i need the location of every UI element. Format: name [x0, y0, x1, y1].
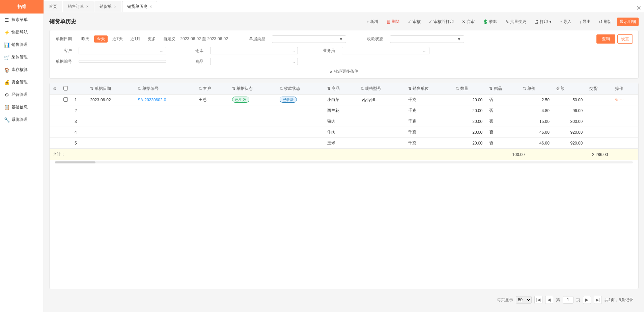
checkbox-header[interactable]: [60, 83, 71, 95]
sidebar-item-finance-mgmt[interactable]: 💰 资金管理: [0, 76, 44, 88]
date-btn-last7days[interactable]: 近7天: [110, 35, 125, 43]
display-detail-button[interactable]: 显示明细: [617, 18, 639, 26]
more-op-btn[interactable]: ⋯: [620, 98, 624, 102]
prev-page-btn[interactable]: ◀: [545, 296, 553, 304]
sidebar-item-sales-mgmt[interactable]: 📊 销售管理: [0, 38, 44, 51]
date-btn-today[interactable]: 今天: [94, 35, 108, 43]
sidebar-item-system-mgmt[interactable]: 🔧 系统管理: [0, 113, 44, 126]
tab-sales-order[interactable]: 销售订单 ✕: [63, 1, 94, 12]
sales-icon: 📊: [4, 42, 9, 48]
row-unit-price: 2.50: [520, 95, 553, 105]
spec-header[interactable]: ⇅ 规格型号: [357, 83, 405, 95]
doc-status-header[interactable]: ⇅ 单据状态: [229, 83, 276, 95]
audit-print-button[interactable]: ✓ 审核并打印: [426, 18, 456, 26]
query-button[interactable]: 查询: [596, 34, 615, 44]
doc-date-header[interactable]: ⇅ 单据日期: [87, 83, 134, 95]
delete-button[interactable]: 🗑 删除: [384, 18, 402, 26]
table-row: 3猪肉千克20.00否15.00300.00: [50, 116, 638, 127]
row-unit: 千克: [405, 116, 452, 127]
payment-status-select[interactable]: ▼: [390, 35, 464, 43]
refresh-button[interactable]: ↺ 刷新: [596, 18, 614, 26]
row-seq: 2: [71, 105, 87, 116]
date-btn-yesterday[interactable]: 昨天: [79, 35, 92, 43]
row-amount: 920.00: [553, 138, 586, 149]
warehouse-input[interactable]: ...: [210, 47, 298, 54]
unit-price-header[interactable]: ⇅ 单价: [520, 83, 553, 95]
main-close-btn[interactable]: ✕: [636, 4, 641, 12]
date-btn-more[interactable]: 更多: [145, 35, 159, 43]
goods-ellipsis[interactable]: ...: [291, 59, 295, 64]
goods-input[interactable]: ...: [210, 58, 298, 65]
table-row: 2西兰花千克20.00否4.8096.00: [50, 105, 638, 116]
salesperson-label: 业务员: [318, 48, 335, 54]
batch-change-button[interactable]: ✎ 批量变更: [503, 18, 529, 26]
row-doc-status: [229, 116, 276, 127]
row-doc-status: 已生效: [229, 95, 276, 105]
import-label: 导入: [563, 19, 571, 25]
goods-header[interactable]: ⇅ 商品: [324, 83, 357, 95]
tab-home[interactable]: 首页: [44, 1, 62, 12]
tab-sales-goods-history-close[interactable]: ✕: [149, 5, 152, 8]
doc-number-input[interactable]: [79, 60, 166, 63]
import-button[interactable]: ↑ 导入: [557, 18, 574, 26]
gear-header[interactable]: ⚙: [50, 83, 60, 95]
per-page-select[interactable]: 50 100: [516, 296, 532, 304]
doc-type-select[interactable]: ▼: [272, 35, 346, 43]
sidebar-item-basic-info[interactable]: 📋 基础信息: [0, 101, 44, 113]
page-number-input[interactable]: [563, 296, 573, 304]
tab-sales-goods[interactable]: 销货单 ✕: [94, 1, 121, 12]
add-icon: +: [366, 19, 369, 24]
sidebar-item-operations-mgmt[interactable]: ⚙ 经营管理: [0, 88, 44, 101]
audit-button[interactable]: ✓ 审核: [405, 18, 423, 26]
salesperson-input[interactable]: ...: [342, 47, 429, 54]
payment-status-header[interactable]: ⇅ 收款状态: [276, 83, 324, 95]
row-gear: [50, 127, 60, 138]
tab-sales-goods-close[interactable]: ✕: [114, 5, 116, 8]
next-page-btn[interactable]: ▶: [583, 296, 591, 304]
customer-ellipsis[interactable]: ...: [160, 48, 163, 53]
row-doc-number: [134, 127, 195, 138]
sidebar-item-purchase-mgmt[interactable]: 🛒 采购管理: [0, 51, 44, 63]
salesperson-ellipsis[interactable]: ...: [423, 48, 426, 53]
sidebar-item-quick-nav[interactable]: ⚡ 快捷导航: [0, 26, 44, 38]
table-body: 12023-06-02SA-20230602-0王总已生效已收款小白菜tyjyj…: [50, 95, 638, 149]
tab-sales-goods-history[interactable]: 销货单历史 ✕: [122, 1, 157, 12]
quantity-header[interactable]: ⇅ 数量: [452, 83, 486, 95]
print-button[interactable]: 🖨 打印 ▼: [532, 18, 555, 26]
collect-button[interactable]: 💲 收款: [480, 18, 500, 26]
amount-header: 金额: [553, 83, 586, 95]
settings-button[interactable]: 设置: [617, 34, 633, 44]
customer-input[interactable]: ...: [79, 47, 166, 54]
export-button[interactable]: ↓ 导出: [577, 18, 594, 26]
finance-icon: 💰: [4, 80, 9, 85]
tab-sales-order-close[interactable]: ✕: [86, 5, 89, 8]
add-button[interactable]: + 新增: [364, 18, 381, 26]
unit-header[interactable]: ⇅ 销售单位: [405, 83, 452, 95]
inventory-icon: 🏠: [4, 67, 9, 73]
select-all-checkbox[interactable]: [63, 86, 68, 90]
audit-label: 审核: [413, 19, 421, 25]
warehouse-ellipsis[interactable]: ...: [291, 48, 295, 53]
table-wrapper: ⚙ ⇅ 单据日期 ⇅ 单据编号 ⇅ 客户 ⇅ 单据状态 ⇅ 收款状态 ⇅ 商品: [50, 83, 638, 149]
edit-op-btn[interactable]: ✎: [615, 98, 619, 102]
tab-sales-goods-history-label: 销货单历史: [127, 4, 147, 9]
date-btn-custom[interactable]: 自定义: [161, 35, 178, 43]
first-page-btn[interactable]: |◀: [534, 296, 542, 304]
discard-button[interactable]: ✕ 弃审: [459, 18, 477, 26]
date-btn-last1month[interactable]: 近1月: [128, 35, 143, 43]
doc-number-header[interactable]: ⇅ 单据编号: [134, 83, 195, 95]
filter-collapse-btn[interactable]: ∧ 收起更多条件: [55, 69, 633, 74]
date-range: 2023-06-02 至 2023-06-02: [180, 36, 228, 42]
gift-header[interactable]: ⇅ 赠品: [486, 83, 519, 95]
audit-print-icon: ✓: [429, 19, 432, 24]
scrollbar-thumb[interactable]: [55, 161, 95, 163]
sidebar-item-inventory[interactable]: 🏠 库存核算: [0, 63, 44, 76]
row-customer: [195, 105, 229, 116]
last-page-btn[interactable]: ▶|: [594, 296, 602, 304]
horizontal-scrollbar[interactable]: [55, 161, 633, 163]
row-checkbox[interactable]: [63, 97, 68, 102]
table-container: ⚙ ⇅ 单据日期 ⇅ 单据编号 ⇅ 客户 ⇅ 单据状态 ⇅ 收款状态 ⇅ 商品: [49, 83, 639, 289]
sidebar-item-search-menu[interactable]: ☰ 搜索菜单: [0, 14, 44, 26]
customer-header[interactable]: ⇅ 客户: [195, 83, 229, 95]
row-gear: [50, 95, 60, 105]
